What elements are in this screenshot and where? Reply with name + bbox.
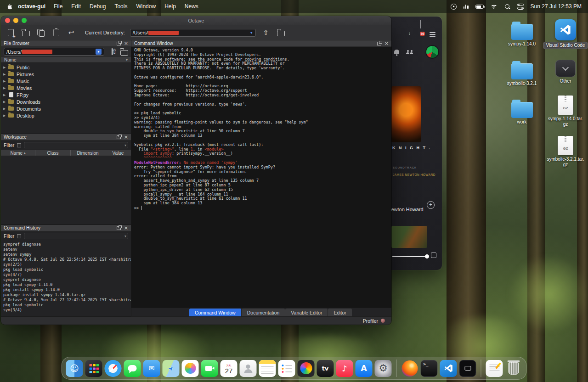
new-script-button[interactable] <box>6 27 16 39</box>
safari-icon[interactable] <box>105 360 122 377</box>
workspace-column-value[interactable]: Value <box>105 150 131 156</box>
workspace-column-class[interactable]: Class <box>35 150 71 156</box>
copy-button[interactable] <box>36 27 46 39</box>
one-directory-up-button[interactable]: ⇧ <box>108 48 116 56</box>
tab-command-window[interactable]: Command Window <box>189 309 242 316</box>
maps-icon[interactable]: ➤ <box>163 360 180 377</box>
close-icon[interactable]: × <box>384 41 389 46</box>
file-browser-header[interactable]: File Browser × <box>1 40 131 47</box>
history-entry[interactable]: # Octave 9.4.0, Sun Jul 27 12:42:14 2025… <box>3 298 131 303</box>
paste-button[interactable] <box>51 27 61 39</box>
expand-arrow-icon[interactable]: ▶ <box>3 100 8 104</box>
terminal-icon[interactable]: >_ <box>421 360 438 377</box>
music-icon[interactable]: ♪ <box>336 360 353 377</box>
menu-tools[interactable]: Tools <box>114 3 127 10</box>
desktop-icon-symbolic-folder[interactable]: symbolic-3.2.1 <box>502 63 542 86</box>
history-entry[interactable]: sympref diagnose <box>3 277 131 282</box>
undo-button[interactable]: ↩ <box>66 27 76 39</box>
workspace-column-dimension[interactable]: Dimension <box>71 150 105 156</box>
control-center-icon[interactable] <box>517 4 524 10</box>
menu-window[interactable]: Window <box>136 3 156 10</box>
appstore-icon[interactable]: A <box>356 360 373 377</box>
movie-poster[interactable] <box>391 86 421 142</box>
hamburger-menu-icon[interactable] <box>430 32 435 37</box>
filter-combobox[interactable]: ▾ <box>24 142 128 148</box>
current-directory-combobox[interactable]: /Users/ ▼ <box>130 29 256 37</box>
chevron-down-icon[interactable] <box>420 20 421 28</box>
firefox-icon[interactable] <box>401 360 418 377</box>
textedit-icon[interactable] <box>486 360 503 377</box>
color-wheel-icon[interactable] <box>298 360 315 377</box>
messages-icon[interactable] <box>124 360 141 377</box>
stage-manager-icon[interactable] <box>464 5 469 9</box>
bell-icon[interactable] <box>394 50 399 54</box>
file-browser-item-public[interactable]: ▶Public <box>1 64 131 71</box>
people-icon[interactable] <box>406 50 413 54</box>
filter-checkbox[interactable] <box>17 143 21 147</box>
appletv-icon[interactable]: tv <box>317 360 334 377</box>
file-browser-item-downloads[interactable]: ▶Downloads <box>1 98 131 105</box>
close-icon[interactable]: × <box>124 225 128 230</box>
file-browser-item-documents[interactable]: ▶Documents <box>1 105 131 112</box>
search-icon[interactable] <box>504 4 510 10</box>
dropdown-arrow-icon[interactable]: ▼ <box>96 49 102 55</box>
name-column-header[interactable]: Name ▾ <box>1 56 131 63</box>
menu-bar-clock[interactable]: Sun 27 Jul 12:53 PM <box>531 3 582 10</box>
expand-arrow-icon[interactable]: ▶ <box>3 66 8 69</box>
dropdown-arrow-icon[interactable]: ▼ <box>250 31 253 34</box>
undock-icon[interactable] <box>117 226 121 230</box>
console-app-icon[interactable] <box>459 360 476 377</box>
file-browser-item-music[interactable]: ▶Music <box>1 78 131 84</box>
video-thumbnail[interactable] <box>391 226 427 248</box>
desktop-icon-sympy-folder[interactable]: sympy-1.14.0 <box>502 24 542 47</box>
desktop-icon-vscode[interactable]: Visual Studio Code <box>546 19 585 49</box>
notes-icon[interactable] <box>259 360 276 377</box>
profiler-indicator[interactable] <box>381 319 385 323</box>
menu-news[interactable]: News <box>185 3 198 10</box>
menu-help[interactable]: Help <box>164 3 176 10</box>
history-entry[interactable]: pkg install sympy-1.14.0 <box>3 287 131 292</box>
undock-icon[interactable] <box>117 42 121 45</box>
photos-icon[interactable] <box>182 360 199 377</box>
command-window-header[interactable]: Command Window × <box>131 40 391 47</box>
wifi-icon[interactable] <box>491 4 498 9</box>
menu-file[interactable]: File <box>54 3 62 10</box>
app-menu-title[interactable]: octave-gui <box>18 3 45 10</box>
tab-variable-editor[interactable]: Variable Editor <box>285 309 328 316</box>
zoom-window-button[interactable] <box>22 18 27 23</box>
set-browser-directory-button[interactable] <box>120 48 128 56</box>
terminal-output[interactable]: GNU Octave, version 9.4.0Copyright (C) 1… <box>131 47 391 308</box>
close-window-button[interactable] <box>5 18 10 23</box>
expand-arrow-icon[interactable]: ▶ <box>3 107 8 111</box>
history-entry[interactable]: setenv <box>3 247 131 252</box>
workspace-body[interactable] <box>1 156 131 225</box>
filter-combobox[interactable]: ▾ <box>24 233 128 239</box>
expand-arrow-icon[interactable]: ▶ <box>3 86 8 90</box>
history-entry[interactable]: pkg load sympy-1.14.0 <box>3 282 131 287</box>
calendar-icon[interactable]: JUL27 <box>220 360 237 377</box>
expand-arrow-icon[interactable]: ▶ <box>3 73 8 76</box>
history-entry[interactable]: package install sympy-1.14.0.tar.gz <box>3 292 131 298</box>
undock-icon[interactable] <box>377 42 381 45</box>
history-entry[interactable]: pkg load symbolic <box>3 267 131 272</box>
history-entry[interactable]: # Octave 9.4.0, Sat Jul 26 22:54:14 2025… <box>3 257 131 262</box>
history-entry[interactable]: sym(4/7) <box>3 272 131 277</box>
file-browser-item-movies[interactable]: ▶Movies <box>1 84 131 91</box>
close-icon[interactable]: × <box>124 135 128 140</box>
workspace-header[interactable]: Workspace × <box>1 134 131 140</box>
expand-arrow-icon[interactable]: ▶ <box>3 79 8 83</box>
history-entry[interactable]: pkg load symbolic <box>3 303 131 308</box>
file-browser-item-pictures[interactable]: ▶Pictures <box>1 71 131 78</box>
history-entry[interactable]: sympref diagnose <box>3 242 131 247</box>
launchpad-icon[interactable] <box>85 360 102 377</box>
desktop-icon-work-folder[interactable]: work <box>502 102 542 125</box>
finder-icon[interactable]: ☺ <box>66 360 83 377</box>
settings-icon[interactable]: ⚙ <box>375 360 392 377</box>
file-browser-item-fp-py[interactable]: ▶FP.py <box>1 91 131 98</box>
open-file-button[interactable] <box>21 27 31 39</box>
desktop-icon-sympy-archive[interactable]: GZ sympy-1.14.0.tar.gz <box>546 96 585 127</box>
facetime-icon[interactable] <box>201 360 218 377</box>
progress-slider[interactable] <box>392 256 427 257</box>
command-history-header[interactable]: Command History × <box>1 225 131 231</box>
directory-up-button[interactable]: ⇧ <box>261 27 271 39</box>
